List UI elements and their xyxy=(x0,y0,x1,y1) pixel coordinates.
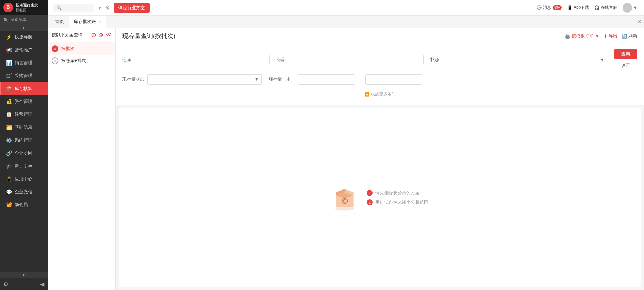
svg-rect-8 xyxy=(344,203,345,204)
empty-state-icon xyxy=(331,184,358,211)
sidebar-item-wechat[interactable]: 💬 企业微信 xyxy=(0,185,48,198)
page-header: 现存量查询(按批次) 🖨️ 按模板打印 ▼ ⬆ 导出 🔄 刷新 xyxy=(116,28,644,44)
sidebar-nav: ⚡ 快捷导航 📢 营销推广 📊 销售管理 🛒 采购管理 📦 库存核算 💰 资金管… xyxy=(0,31,48,272)
warehouse-input[interactable] xyxy=(146,55,260,65)
tip-text-1: 请先选择要分析的方案 xyxy=(375,190,420,196)
sidebar-item-label: 销售管理 xyxy=(15,60,32,66)
sidebar-item-label: 资金管理 xyxy=(15,98,32,105)
sidebar-footer: ⚙ ◀ xyxy=(0,278,48,290)
basic-info-icon: 🗂️ xyxy=(6,124,12,130)
topbar-search-icon: 🔍 xyxy=(56,5,62,10)
product-input[interactable] xyxy=(300,55,414,65)
sidebar-item-operations[interactable]: 📋 经营管理 xyxy=(0,108,48,121)
status-filter-select[interactable]: ▼ xyxy=(454,55,607,65)
sidebar-item-purchase[interactable]: 🛒 采购管理 xyxy=(0,69,48,82)
operations-icon: 📋 xyxy=(6,111,12,117)
topbar-actions: 💬 消息 99+ 📱 App下载 🎧 在线客服 Rit xyxy=(537,3,639,13)
collapse-up-icon: 🔼 xyxy=(365,92,370,97)
print-icon: 🖨️ xyxy=(565,34,570,39)
system-icon: ⚙️ xyxy=(6,137,12,143)
warehouse-search-icon: ··· xyxy=(260,57,269,62)
sidebar-scroll-up[interactable]: ▲ xyxy=(0,25,48,31)
app-download-button[interactable]: 📱 App下载 xyxy=(567,5,589,11)
sidebar-scroll-down[interactable]: ▼ xyxy=(0,272,48,278)
refresh-button[interactable]: 🔄 刷新 xyxy=(622,33,637,39)
warehouse-filter-input[interactable]: ··· xyxy=(146,55,270,65)
collapse-bar[interactable]: 🔼 收起更多条件 xyxy=(122,89,637,100)
svg-rect-9 xyxy=(341,200,342,201)
sidebar-item-guide[interactable]: 🎓 新手引导 xyxy=(0,160,48,173)
collapse-icon[interactable]: ◀ xyxy=(40,281,44,287)
search-icon: 🔍 xyxy=(3,18,9,22)
export-button[interactable]: ⬆ 导出 xyxy=(604,33,617,39)
scheme-by-warehouse-batch[interactable]: ○ 按仓库+批次 xyxy=(48,55,115,67)
sidebar-item-app-center[interactable]: 📱 应用中心 xyxy=(0,173,48,185)
app-center-icon: 📱 xyxy=(6,176,12,182)
tab-panel-close-icon[interactable]: × xyxy=(638,18,641,25)
purchase-icon: 🛒 xyxy=(6,73,12,79)
quick-nav-icon: ⚡ xyxy=(6,34,12,40)
customer-service-button[interactable]: 🎧 在线客服 xyxy=(594,5,617,11)
add-scheme-icon[interactable]: ⊕ xyxy=(91,31,96,39)
tab-bar: 首页 库存批次账 × × xyxy=(48,16,644,28)
print-dropdown-icon[interactable]: ▼ xyxy=(595,34,599,39)
product-filter-input[interactable]: ··· xyxy=(300,55,424,65)
query-button[interactable]: 查询 xyxy=(614,49,637,59)
marketing-icon: 📢 xyxy=(6,47,12,53)
message-button[interactable]: 💬 消息 99+ xyxy=(537,5,562,11)
sidebar-item-enterprise[interactable]: 🔗 企业协同 xyxy=(0,147,48,160)
tab-panel-close[interactable]: × xyxy=(638,18,641,25)
status-dropdown-icon: ▼ xyxy=(600,57,604,62)
filter-row-1: 仓库 ··· 商品 ··· 状态 xyxy=(122,49,637,70)
tip-num-1: 1 xyxy=(367,190,373,196)
sidebar-item-quick-nav[interactable]: ⚡ 快捷导航 xyxy=(0,31,48,43)
message-label: 消息 xyxy=(543,5,551,11)
sidebar-item-basic-info[interactable]: 🗂️ 基础信息 xyxy=(0,121,48,134)
stock-qty-to-input[interactable] xyxy=(365,74,422,85)
scheme-by-batch[interactable]: ● 按批次 xyxy=(48,42,115,55)
finance-icon: 💰 xyxy=(6,98,12,105)
topbar-settings-icon[interactable]: ⚙ xyxy=(105,4,110,11)
settings-button[interactable]: 设置 xyxy=(614,61,637,70)
sidebar-item-label: 企业微信 xyxy=(15,189,32,195)
stock-status-label: 现存量状态 xyxy=(122,76,145,83)
sidebar-item-label: 系统管理 xyxy=(15,137,32,143)
sidebar-item-marketing[interactable]: 📢 营销推广 xyxy=(0,43,48,56)
stock-qty-from-input[interactable] xyxy=(298,74,355,85)
try-industry-button[interactable]: 体验行业方案 xyxy=(114,3,150,13)
sidebar-item-finance[interactable]: 💰 资金管理 xyxy=(0,95,48,108)
stock-status-select[interactable]: ▼ xyxy=(147,74,262,85)
settings-scheme-icon[interactable]: ⊛ xyxy=(98,31,103,39)
tip-text-2: 用过滤条件来缩小分析范围 xyxy=(375,199,428,205)
sidebar-header: 6 畅康通好生意 标准版 xyxy=(0,0,48,15)
main-content: 🔍 ▼ ⚙ 体验行业方案 💬 消息 99+ 📱 App下载 🎧 在线客服 Rit xyxy=(48,0,644,290)
topbar-dropdown-icon[interactable]: ▼ xyxy=(97,5,102,11)
sidebar-item-member[interactable]: 👑 畅会员 xyxy=(0,198,48,211)
settings-icon[interactable]: ⚙ xyxy=(3,281,8,287)
sidebar-item-label: 新手引导 xyxy=(15,163,32,169)
user-avatar-button[interactable]: Rit xyxy=(623,3,639,13)
sidebar-item-label: 经营管理 xyxy=(15,111,32,117)
filter-actions: 查询 设置 xyxy=(614,49,637,70)
print-label: 按模板打印 xyxy=(572,33,594,39)
sidebar-search[interactable]: 🔍 搜索菜单 xyxy=(0,15,48,25)
tab-close-icon[interactable]: × xyxy=(99,19,101,24)
stock-qty-dash: — xyxy=(358,77,362,82)
sidebar-item-sales[interactable]: 📊 销售管理 xyxy=(0,56,48,69)
topbar-search[interactable]: 🔍 xyxy=(53,4,94,12)
print-button[interactable]: 🖨️ 按模板打印 ▼ xyxy=(565,33,599,39)
refresh-icon: 🔄 xyxy=(622,34,627,39)
tip-item-2: 2 用过滤条件来缩小分析范围 xyxy=(367,199,428,205)
sidebar-item-label: 库存核算 xyxy=(15,86,32,92)
scheme-batch-icon: ● xyxy=(52,45,58,52)
app-download-label: App下载 xyxy=(574,5,589,11)
tab-inventory-batch[interactable]: 库存批次账 × xyxy=(69,16,106,28)
collapse-scheme-icon[interactable]: ≪ xyxy=(105,31,111,39)
sidebar-item-system[interactable]: ⚙️ 系统管理 xyxy=(0,134,48,147)
warehouse-filter-label: 仓库 xyxy=(122,57,143,63)
sidebar-item-inventory[interactable]: 📦 库存核算 xyxy=(0,82,48,95)
tab-home[interactable]: 首页 xyxy=(50,16,69,28)
scheme-batch-label: 按批次 xyxy=(61,46,74,52)
refresh-label: 刷新 xyxy=(628,33,637,39)
scheme-warehouse-batch-icon: ○ xyxy=(52,57,58,64)
